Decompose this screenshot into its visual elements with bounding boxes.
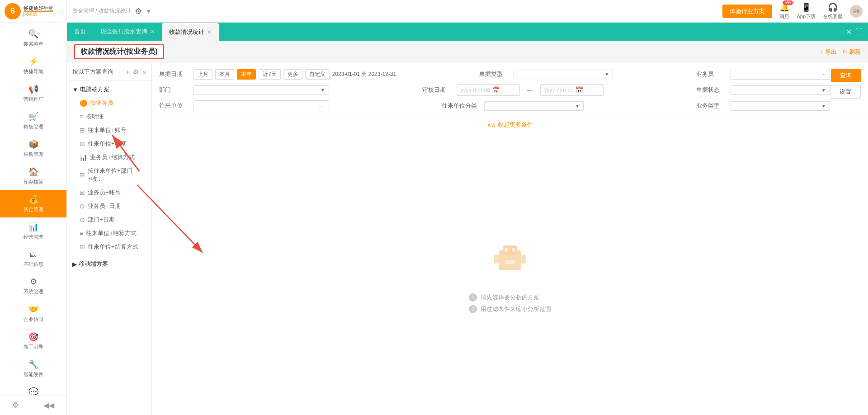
scheme-item-dept-date[interactable]: ⊙ 部门+日期: [67, 213, 151, 226]
partner-select[interactable]: ···: [193, 100, 329, 111]
sidebar-item-operations[interactable]: 📊 经营管理: [0, 217, 66, 245]
scheme-item-salesman-account[interactable]: ⊠ 业务员+账号: [67, 186, 151, 199]
scheme-salesman-account-icon: ⊠: [80, 189, 85, 196]
app-download-btn[interactable]: 📱 App下载: [797, 2, 816, 20]
biz-type-label: 业务类型: [696, 102, 723, 110]
sidebar-item-quicknav[interactable]: ⚡ 快捷导航: [0, 52, 66, 80]
audit-to-calendar-icon[interactable]: 📅: [576, 86, 583, 94]
trial-btn[interactable]: 体验行业方案: [722, 5, 772, 18]
tab-home[interactable]: 首页: [67, 23, 93, 41]
scheme-group-mobile-header[interactable]: ▶ 移动端方案: [67, 257, 151, 271]
scheme-item-by-detail[interactable]: ≡ 按明细: [67, 110, 151, 123]
sidebar-item-wechat[interactable]: 💬 企业微信: [0, 382, 66, 395]
sidebar-item-system[interactable]: ⚙ 系统管理: [0, 272, 66, 300]
sidebar-item-hardware[interactable]: 🔧 智能硬件: [0, 355, 66, 382]
marketing-icon: 📢: [28, 84, 38, 94]
partner-category-label: 往来单位分类: [442, 102, 477, 110]
scheme-item-partner-dept[interactable]: ⊞ 按往来单位+部门+收...: [67, 164, 151, 186]
guide-icon: 🎯: [28, 332, 38, 342]
doc-status-label: 单据状态: [696, 86, 723, 94]
topbar-dropdown-btn[interactable]: ▼: [146, 8, 152, 15]
sidebar-item-search[interactable]: 🔍 搜索菜单: [0, 24, 66, 52]
audit-date-from[interactable]: yyyy-mm-dd 📅: [457, 84, 520, 96]
scheme-panel-header: 按以下方案查询 + ⚙ «: [67, 63, 151, 81]
collapse-more-btn[interactable]: ∧∧ 收起更多条件: [483, 117, 537, 132]
date-btn-7days[interactable]: 近7天: [259, 69, 281, 80]
sidebar-collapse-btn[interactable]: ◀◀: [42, 399, 56, 411]
filter-settings-btn[interactable]: 设置: [830, 85, 861, 99]
export-btn[interactable]: ↑ 导出: [821, 48, 837, 56]
partner-more-icon[interactable]: ···: [319, 103, 323, 109]
scheme-group-desktop-header[interactable]: ▼ 电脑端方案: [67, 83, 151, 96]
date-btn-custom[interactable]: 自定义: [305, 69, 330, 80]
scheme-item-partner-account[interactable]: ⊞ 往来单位+账号: [67, 123, 151, 137]
scheme-partner-date-icon: ⊞: [80, 140, 85, 147]
user-avatar[interactable]: Rit: [850, 5, 863, 18]
salesman-more-icon[interactable]: ···: [821, 71, 826, 77]
salesman-select[interactable]: ···: [731, 69, 830, 80]
doc-status-select[interactable]: ▼: [731, 85, 830, 95]
audit-from-calendar-icon[interactable]: 📅: [492, 86, 500, 94]
sidebar-item-guide[interactable]: 🎯 新手引导: [0, 327, 66, 355]
empty-illustration-svg: [487, 234, 533, 279]
sidebar-item-sales[interactable]: 🛒 销售管理: [0, 107, 66, 135]
date-separator: —: [527, 87, 533, 94]
msg-btn[interactable]: 🔔 99+ 消息: [779, 2, 789, 20]
audit-date-to[interactable]: yyyy-mm-dd 📅: [540, 84, 604, 96]
scheme-collapse-btn[interactable]: «: [142, 68, 146, 75]
date-label: 单据日期: [159, 70, 186, 78]
tab-bar-actions: ✕ ⛶: [846, 28, 868, 36]
scheme-item-by-salesman[interactable]: 🟠 按业务员: [67, 96, 151, 110]
sidebar-item-basicinfo[interactable]: 🗂 基础信息: [0, 245, 66, 272]
date-btn-this-year[interactable]: 本年: [237, 69, 256, 80]
filter-row-3: 往来单位 ··· 往来单位分类 ▼: [159, 100, 830, 111]
tab-bank-close[interactable]: ✕: [150, 28, 155, 35]
dept-select[interactable]: ▼: [193, 85, 329, 95]
scheme-item-salesman-date[interactable]: ⊙ 业务员+日期: [67, 199, 151, 213]
system-icon: ⚙: [30, 277, 37, 287]
tab-bank[interactable]: 现金银行流水查询 ✕: [93, 23, 162, 41]
date-btn-last-month[interactable]: 上月: [193, 69, 212, 80]
sidebar-item-finance[interactable]: 💰 资金管理: [0, 190, 66, 217]
main-area: 资金管理 / 收款情况统计 ⚙ ▼ 体验行业方案 🔔 99+ 消息 📱 App下…: [67, 0, 868, 415]
purchase-icon: 📦: [28, 139, 38, 149]
scheme-add-btn[interactable]: +: [126, 68, 129, 75]
tab-close-all-btn[interactable]: ✕: [846, 28, 852, 36]
partner-category-select[interactable]: ▼: [484, 101, 584, 111]
online-service-btn[interactable]: 🎧 在线客服: [823, 2, 843, 20]
scheme-item-partner-settlement2[interactable]: ⊞ 往来单位+结算方式: [67, 240, 151, 254]
tab-collection[interactable]: 收款情况统计 ✕: [162, 23, 219, 41]
topbar-gear-btn[interactable]: ⚙: [135, 6, 142, 16]
export-icon: ↑: [821, 48, 824, 55]
page-header: 收款情况统计(按业务员) ↑ 导出 ↻ 刷新: [67, 41, 868, 63]
scheme-settings-btn[interactable]: ⚙: [133, 68, 139, 75]
partner-category-chevron-icon: ▼: [575, 104, 580, 108]
scheme-panel-actions: + ⚙ «: [126, 68, 146, 75]
biz-type-select[interactable]: ▼: [731, 101, 830, 111]
scheme-item-partner-settlement1[interactable]: ≡ 往来单位+结算方式: [67, 226, 151, 240]
sidebar-item-marketing[interactable]: 📢 营销推广: [0, 80, 66, 107]
date-btn-more[interactable]: 更多: [283, 69, 302, 80]
top-bar: 资金管理 / 收款情况统计 ⚙ ▼ 体验行业方案 🔔 99+ 消息 📱 App下…: [67, 0, 868, 23]
page-header-actions: ↑ 导出 ↻ 刷新: [821, 48, 861, 56]
doc-type-select[interactable]: ▼: [514, 70, 613, 79]
tab-fullscreen-btn[interactable]: ⛶: [855, 28, 863, 36]
date-btn-this-month[interactable]: 本月: [215, 69, 234, 80]
scheme-salesman-date-icon: ⊙: [80, 203, 85, 210]
finance-icon: 💰: [28, 194, 38, 204]
hardware-icon: 🔧: [28, 359, 38, 369]
empty-state-illustration: [487, 234, 533, 286]
date-group: 上月 本月 本年 近7天 更多 自定义 2023-01-01 至 2023-12…: [193, 69, 396, 80]
sales-icon: 🛒: [28, 112, 38, 122]
sidebar-settings-btn[interactable]: ⚙: [10, 399, 20, 411]
sidebar-item-inventory[interactable]: 🏠 库存核算: [0, 162, 66, 190]
audit-to-placeholder: yyyy-mm-dd: [544, 87, 574, 93]
sidebar-item-purchase[interactable]: 📦 采购管理: [0, 135, 66, 162]
tab-collection-close[interactable]: ✕: [207, 29, 212, 35]
enterprise-icon: 🤝: [28, 304, 38, 314]
scheme-item-partner-date[interactable]: ⊞ 往来单位+日期: [67, 137, 151, 151]
refresh-btn[interactable]: ↻ 刷新: [842, 48, 861, 56]
sidebar-item-enterprise[interactable]: 🤝 企业协同: [0, 300, 66, 327]
scheme-item-salesman-settlement[interactable]: 📊 业务员+结算方式: [67, 151, 151, 164]
query-btn[interactable]: 查询: [831, 69, 861, 82]
